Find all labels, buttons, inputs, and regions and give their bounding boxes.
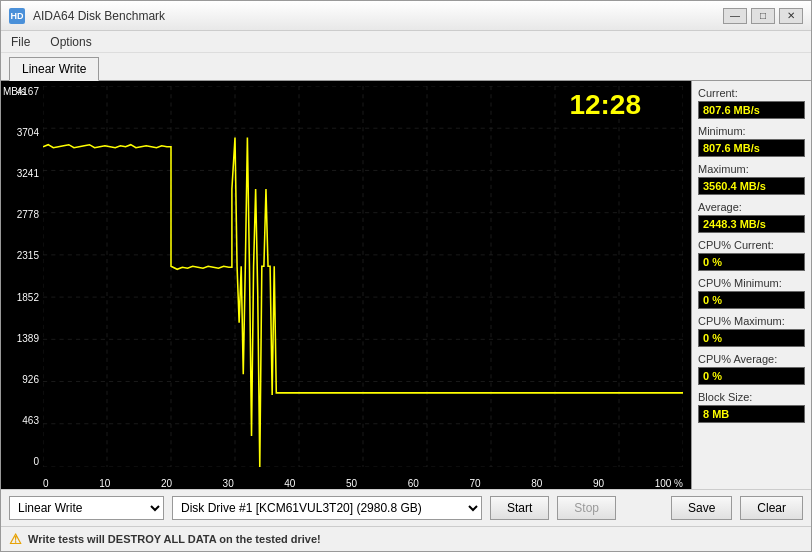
current-label: Current: xyxy=(698,87,805,99)
warning-text: Write tests will DESTROY ALL DATA on the… xyxy=(28,533,321,545)
title-bar: HD AIDA64 Disk Benchmark — □ ✕ xyxy=(1,1,811,31)
y-label-2: 3241 xyxy=(1,168,43,179)
stat-cpu-average: CPU% Average: 0 % xyxy=(698,353,805,385)
minimum-label: Minimum: xyxy=(698,125,805,137)
stat-maximum: Maximum: 3560.4 MB/s xyxy=(698,163,805,195)
close-button[interactable]: ✕ xyxy=(779,8,803,24)
x-label-20: 20 xyxy=(161,478,172,489)
cpu-average-value: 0 % xyxy=(698,367,805,385)
save-button[interactable]: Save xyxy=(671,496,732,520)
block-size-value: 8 MB xyxy=(698,405,805,423)
chart-container: 12:28 4167 3704 3241 2778 2315 1852 1389… xyxy=(1,81,691,489)
stop-button[interactable]: Stop xyxy=(557,496,616,520)
cpu-maximum-label: CPU% Maximum: xyxy=(698,315,805,327)
cpu-current-label: CPU% Current: xyxy=(698,239,805,251)
stat-cpu-minimum: CPU% Minimum: 0 % xyxy=(698,277,805,309)
x-label-90: 90 xyxy=(593,478,604,489)
current-value: 807.6 MB/s xyxy=(698,101,805,119)
warning-icon: ⚠ xyxy=(9,531,22,547)
block-size-label: Block Size: xyxy=(698,391,805,403)
x-label-80: 80 xyxy=(531,478,542,489)
x-label-30: 30 xyxy=(223,478,234,489)
x-label-10: 10 xyxy=(99,478,110,489)
main-area: 12:28 4167 3704 3241 2778 2315 1852 1389… xyxy=(1,80,811,489)
stat-minimum: Minimum: 807.6 MB/s xyxy=(698,125,805,157)
tab-linear-write[interactable]: Linear Write xyxy=(9,57,99,81)
menu-bar: File Options xyxy=(1,31,811,53)
cpu-minimum-value: 0 % xyxy=(698,291,805,309)
x-label-70: 70 xyxy=(469,478,480,489)
y-label-8: 463 xyxy=(1,415,43,426)
app-icon: HD xyxy=(9,8,25,24)
main-window: HD AIDA64 Disk Benchmark — □ ✕ File Opti… xyxy=(0,0,812,552)
cpu-average-label: CPU% Average: xyxy=(698,353,805,365)
cpu-current-value: 0 % xyxy=(698,253,805,271)
average-label: Average: xyxy=(698,201,805,213)
window-title: AIDA64 Disk Benchmark xyxy=(33,9,165,23)
cpu-maximum-value: 0 % xyxy=(698,329,805,347)
bottom-controls: Linear Write Disk Drive #1 [KCM61VUL3T20… xyxy=(1,489,811,526)
y-label-3: 2778 xyxy=(1,209,43,220)
tab-bar: Linear Write xyxy=(1,53,811,80)
time-display: 12:28 xyxy=(569,89,641,121)
chart-area: 12:28 4167 3704 3241 2778 2315 1852 1389… xyxy=(1,81,691,489)
stat-block-size: Block Size: 8 MB xyxy=(698,391,805,423)
minimum-value: 807.6 MB/s xyxy=(698,139,805,157)
y-label-9: 0 xyxy=(1,456,43,467)
maximum-label: Maximum: xyxy=(698,163,805,175)
drive-select[interactable]: Disk Drive #1 [KCM61VUL3T20] (2980.8 GB) xyxy=(172,496,482,520)
start-button[interactable]: Start xyxy=(490,496,549,520)
y-label-5: 1852 xyxy=(1,292,43,303)
title-controls: — □ ✕ xyxy=(723,8,803,24)
test-select[interactable]: Linear Write xyxy=(9,496,164,520)
stat-cpu-current: CPU% Current: 0 % xyxy=(698,239,805,271)
x-axis: 0 10 20 30 40 50 60 70 80 90 100 % xyxy=(43,478,683,489)
x-label-50: 50 xyxy=(346,478,357,489)
y-label-1: 3704 xyxy=(1,127,43,138)
y-label-6: 1389 xyxy=(1,333,43,344)
clear-button[interactable]: Clear xyxy=(740,496,803,520)
x-label-40: 40 xyxy=(284,478,295,489)
stat-current: Current: 807.6 MB/s xyxy=(698,87,805,119)
minimize-button[interactable]: — xyxy=(723,8,747,24)
average-value: 2448.3 MB/s xyxy=(698,215,805,233)
title-bar-left: HD AIDA64 Disk Benchmark xyxy=(9,8,165,24)
menu-file[interactable]: File xyxy=(5,33,36,51)
warning-bar: ⚠ Write tests will DESTROY ALL DATA on t… xyxy=(1,526,811,551)
maximize-button[interactable]: □ xyxy=(751,8,775,24)
x-label-0: 0 xyxy=(43,478,49,489)
menu-options[interactable]: Options xyxy=(44,33,97,51)
y-axis: 4167 3704 3241 2778 2315 1852 1389 926 4… xyxy=(1,86,43,467)
x-label-60: 60 xyxy=(408,478,419,489)
stat-cpu-maximum: CPU% Maximum: 0 % xyxy=(698,315,805,347)
stat-average: Average: 2448.3 MB/s xyxy=(698,201,805,233)
chart-svg xyxy=(43,86,683,467)
y-label-7: 926 xyxy=(1,374,43,385)
maximum-value: 3560.4 MB/s xyxy=(698,177,805,195)
right-panel: Current: 807.6 MB/s Minimum: 807.6 MB/s … xyxy=(691,81,811,489)
y-label-4: 2315 xyxy=(1,250,43,261)
x-label-100: 100 % xyxy=(655,478,683,489)
y-axis-unit: MB/s xyxy=(3,86,26,97)
cpu-minimum-label: CPU% Minimum: xyxy=(698,277,805,289)
